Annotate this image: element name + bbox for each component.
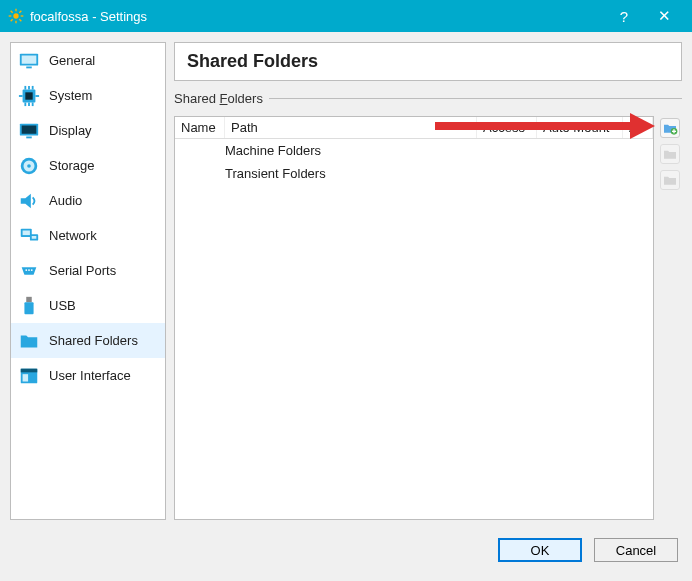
svg-rect-32 [32, 236, 37, 239]
close-button[interactable]: ✕ [644, 7, 684, 25]
sidebar-item-general[interactable]: General [11, 43, 165, 78]
audio-icon [17, 189, 41, 213]
network-icon [17, 224, 41, 248]
folder-action-toolbar [660, 116, 682, 520]
col-automount[interactable]: Auto Mount [537, 117, 623, 138]
help-button[interactable]: ? [604, 8, 644, 25]
ui-icon [17, 364, 41, 388]
sidebar-item-label: System [49, 88, 92, 103]
serial-port-icon [17, 259, 41, 283]
svg-marker-28 [21, 193, 31, 208]
svg-line-8 [19, 11, 21, 13]
monitor-icon [17, 49, 41, 73]
svg-rect-24 [26, 136, 32, 138]
sidebar-item-system[interactable]: System [11, 78, 165, 113]
disk-icon [17, 154, 41, 178]
svg-rect-36 [26, 296, 32, 302]
panel-title: Shared Folders [174, 42, 682, 81]
sidebar-item-label: Shared Folders [49, 333, 138, 348]
svg-rect-10 [22, 55, 37, 63]
edit-shared-folder-button [660, 144, 680, 164]
col-at[interactable]: At [623, 117, 653, 138]
svg-rect-23 [22, 125, 37, 133]
svg-rect-13 [25, 92, 32, 99]
svg-rect-39 [21, 368, 38, 372]
sidebar-item-usb[interactable]: USB [11, 288, 165, 323]
svg-rect-37 [24, 302, 33, 314]
window-title: focalfossa - Settings [30, 9, 604, 24]
table-header: Name Path Access Auto Mount At [175, 117, 653, 139]
col-access[interactable]: Access [477, 117, 537, 138]
dialog-footer: OK Cancel [0, 530, 692, 570]
sidebar-item-label: Serial Ports [49, 263, 116, 278]
sidebar-item-label: User Interface [49, 368, 131, 383]
sidebar-item-storage[interactable]: Storage [11, 148, 165, 183]
svg-rect-11 [26, 66, 32, 68]
add-shared-folder-button[interactable] [660, 118, 680, 138]
svg-line-6 [19, 19, 21, 21]
tree-category-transient-folders[interactable]: Transient Folders [175, 162, 653, 185]
sidebar-item-label: Display [49, 123, 92, 138]
sidebar-item-user-interface[interactable]: User Interface [11, 358, 165, 393]
svg-line-5 [11, 11, 13, 13]
sidebar-item-serial-ports[interactable]: Serial Ports [11, 253, 165, 288]
tree-category-machine-folders[interactable]: Machine Folders [175, 139, 653, 162]
sidebar-item-label: Network [49, 228, 97, 243]
sidebar-item-network[interactable]: Network [11, 218, 165, 253]
window-titlebar: focalfossa - Settings ? ✕ [0, 0, 692, 32]
shared-folders-table[interactable]: Name Path Access Auto Mount At Machine F… [174, 116, 654, 520]
divider [269, 98, 682, 99]
remove-shared-folder-button [660, 170, 680, 190]
svg-point-35 [31, 269, 33, 271]
sidebar-item-shared-folders[interactable]: Shared Folders [11, 323, 165, 358]
col-name[interactable]: Name [175, 117, 225, 138]
sidebar-item-label: USB [49, 298, 76, 313]
main-panel: Shared Folders Shared Folders Name Path … [174, 42, 682, 520]
chip-icon [17, 84, 41, 108]
sidebar-item-label: General [49, 53, 95, 68]
display-icon [17, 119, 41, 143]
gear-icon [8, 8, 24, 24]
usb-icon [17, 294, 41, 318]
sidebar-item-display[interactable]: Display [11, 113, 165, 148]
svg-point-27 [27, 164, 31, 168]
svg-point-33 [25, 269, 27, 271]
cancel-button[interactable]: Cancel [594, 538, 678, 562]
svg-point-0 [13, 13, 18, 18]
svg-point-34 [28, 269, 30, 271]
col-path[interactable]: Path [225, 117, 477, 138]
sidebar-item-label: Storage [49, 158, 95, 173]
sidebar-item-audio[interactable]: Audio [11, 183, 165, 218]
sidebar-item-label: Audio [49, 193, 82, 208]
svg-rect-40 [23, 374, 28, 381]
settings-sidebar: General System Display Storage Audio [10, 42, 166, 520]
shared-folders-group-label: Shared Folders [174, 91, 682, 106]
svg-rect-30 [23, 230, 30, 235]
svg-line-7 [11, 19, 13, 21]
ok-button[interactable]: OK [498, 538, 582, 562]
folder-icon [17, 329, 41, 353]
